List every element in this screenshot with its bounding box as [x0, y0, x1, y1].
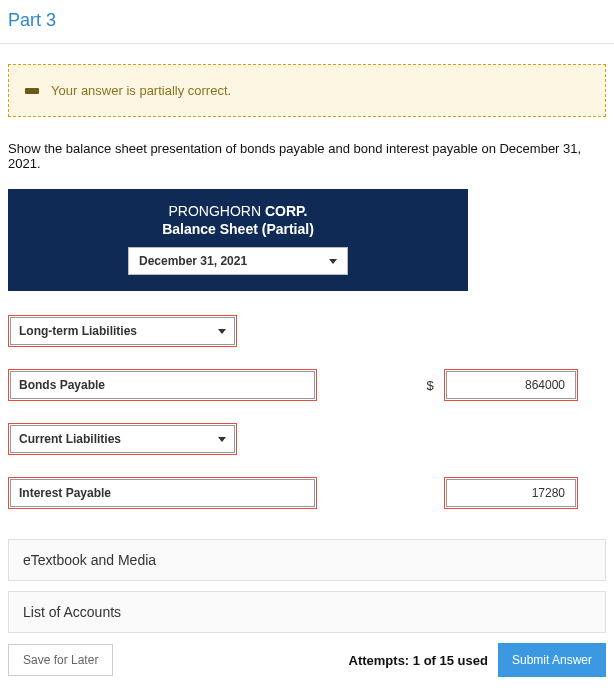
- account-input-interest-value: Interest Payable: [19, 486, 111, 500]
- etextbook-link[interactable]: eTextbook and Media: [8, 539, 606, 581]
- instruction-text: Show the balance sheet presentation of b…: [8, 141, 606, 171]
- chevron-down-icon: [329, 259, 337, 264]
- alert-text: Your answer is partially correct.: [51, 83, 231, 98]
- date-select-value: December 31, 2021: [139, 254, 247, 268]
- account-input-interest[interactable]: Interest Payable: [10, 479, 315, 507]
- balance-sheet-header: PRONGHORN CORP. Balance Sheet (Partial) …: [8, 189, 468, 291]
- value-input-bonds[interactable]: 864000: [446, 371, 576, 399]
- row-longterm-liabilities: Long-term Liabilities: [8, 315, 578, 347]
- alert-partial-correct: Your answer is partially correct.: [8, 64, 606, 117]
- list-of-accounts-link[interactable]: List of Accounts: [8, 591, 606, 633]
- date-select[interactable]: December 31, 2021: [128, 247, 348, 275]
- company-name: PRONGHORN CORP.: [8, 203, 468, 219]
- chevron-down-icon: [218, 437, 226, 442]
- part-title: Part 3: [0, 0, 614, 43]
- account-input-bonds[interactable]: Bonds Payable: [10, 371, 315, 399]
- sheet-subtitle: Balance Sheet (Partial): [8, 221, 468, 237]
- save-for-later-button[interactable]: Save for Later: [8, 644, 113, 676]
- company-name-part1: PRONGHORN: [169, 203, 262, 219]
- currency-symbol: $: [416, 378, 444, 393]
- row-current-liabilities: Current Liabilities: [8, 423, 578, 455]
- attempts-text: Attempts: 1 of 15 used: [349, 653, 488, 668]
- account-input-bonds-value: Bonds Payable: [19, 378, 105, 392]
- company-name-part2: CORP.: [265, 203, 308, 219]
- category-select-1[interactable]: Long-term Liabilities: [10, 317, 235, 345]
- row-bonds-payable: Bonds Payable $ 864000: [8, 369, 578, 401]
- submit-answer-button[interactable]: Submit Answer: [498, 643, 606, 677]
- category-select-2-value: Current Liabilities: [19, 432, 121, 446]
- category-select-1-value: Long-term Liabilities: [19, 324, 137, 338]
- chevron-down-icon: [218, 329, 226, 334]
- row-interest-payable: Interest Payable 17280: [8, 477, 578, 509]
- partial-icon: [25, 88, 39, 94]
- value-input-interest[interactable]: 17280: [446, 479, 576, 507]
- footer-bar: Save for Later Attempts: 1 of 15 used Su…: [8, 643, 606, 677]
- category-select-2[interactable]: Current Liabilities: [10, 425, 235, 453]
